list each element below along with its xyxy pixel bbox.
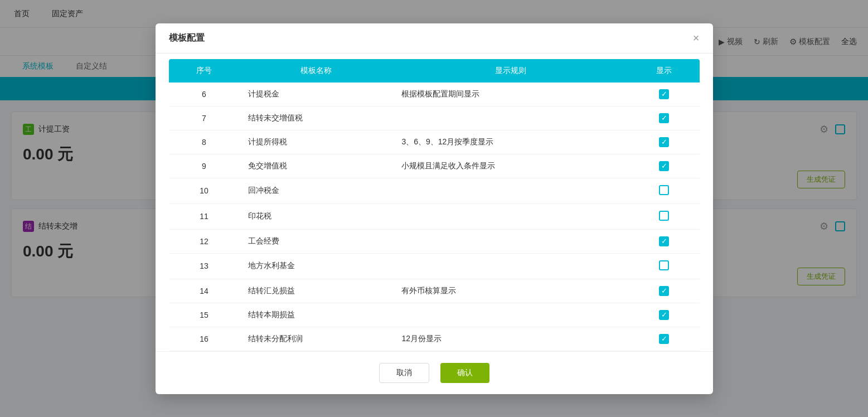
cell-row-name: 计提税金 xyxy=(239,83,392,106)
cell-row-name: 工会经费 xyxy=(239,229,392,253)
cell-row-checkbox xyxy=(629,229,700,253)
cell-row-name: 地方水利基金 xyxy=(239,253,392,279)
row-checkbox-16[interactable] xyxy=(659,334,669,344)
col-header-show: 显示 xyxy=(629,59,700,83)
col-header-name: 模板名称 xyxy=(239,59,392,83)
cell-row-checkbox xyxy=(629,203,700,229)
cell-row-rule xyxy=(392,106,628,130)
cell-row-name: 回冲税金 xyxy=(239,178,392,203)
table-row: 13地方水利基金 xyxy=(169,253,700,279)
cell-row-id: 11 xyxy=(169,203,240,229)
table-row: 16结转未分配利润12月份显示 xyxy=(169,327,700,351)
cell-row-rule: 有外币核算显示 xyxy=(392,279,628,303)
cell-row-id: 9 xyxy=(169,154,240,178)
col-header-index: 序号 xyxy=(169,59,240,83)
cell-row-checkbox xyxy=(629,279,700,303)
row-checkbox-8[interactable] xyxy=(659,137,669,147)
cell-row-id: 14 xyxy=(169,279,240,303)
cell-row-checkbox xyxy=(629,106,700,130)
table-row: 8计提所得税3、6、9、12月按季度显示 xyxy=(169,130,700,154)
table-row: 15结转本期损益 xyxy=(169,303,700,327)
template-config-modal: 模板配置 × 序号 模板名称 显示规则 显示 6计提税金根据模板配置期间显示7结… xyxy=(156,23,713,394)
cell-row-id: 6 xyxy=(169,83,240,106)
cell-row-checkbox xyxy=(629,130,700,154)
cell-row-id: 7 xyxy=(169,106,240,130)
cell-row-rule xyxy=(392,253,628,279)
cell-row-rule xyxy=(392,178,628,203)
col-header-rule: 显示规则 xyxy=(392,59,628,83)
table-row: 9免交增值税小规模且满足收入条件显示 xyxy=(169,154,700,178)
table-body: 6计提税金根据模板配置期间显示7结转未交增值税8计提所得税3、6、9、12月按季… xyxy=(169,83,700,351)
cell-row-name: 结转汇兑损益 xyxy=(239,279,392,303)
table-header-row: 序号 模板名称 显示规则 显示 xyxy=(169,59,700,83)
cell-row-name: 结转未交增值税 xyxy=(239,106,392,130)
row-checkbox-7[interactable] xyxy=(659,113,669,123)
row-checkbox-9[interactable] xyxy=(659,161,669,171)
table-row: 10回冲税金 xyxy=(169,178,700,203)
table-row: 12工会经费 xyxy=(169,229,700,253)
modal-title: 模板配置 xyxy=(169,32,205,44)
cell-row-name: 印花税 xyxy=(239,203,392,229)
cell-row-name: 免交增值税 xyxy=(239,154,392,178)
cell-row-id: 10 xyxy=(169,178,240,203)
row-checkbox-11[interactable] xyxy=(659,211,669,221)
cell-row-rule xyxy=(392,303,628,327)
table-row: 11印花税 xyxy=(169,203,700,229)
row-checkbox-13[interactable] xyxy=(659,260,669,270)
row-checkbox-12[interactable] xyxy=(659,236,669,246)
cell-row-checkbox xyxy=(629,327,700,351)
cell-row-rule: 根据模板配置期间显示 xyxy=(392,83,628,106)
cell-row-checkbox xyxy=(629,253,700,279)
cell-row-checkbox xyxy=(629,178,700,203)
cell-row-checkbox xyxy=(629,154,700,178)
cell-row-rule: 小规模且满足收入条件显示 xyxy=(392,154,628,178)
row-checkbox-6[interactable] xyxy=(659,89,669,99)
modal-close-button[interactable]: × xyxy=(693,32,700,43)
confirm-button[interactable]: 确认 xyxy=(440,363,489,383)
cell-row-rule xyxy=(392,203,628,229)
modal-header: 模板配置 × xyxy=(156,23,713,54)
cell-row-checkbox xyxy=(629,83,700,106)
cell-row-name: 结转未分配利润 xyxy=(239,327,392,351)
cell-row-id: 15 xyxy=(169,303,240,327)
row-checkbox-14[interactable] xyxy=(659,286,669,296)
cell-row-rule: 3、6、9、12月按季度显示 xyxy=(392,130,628,154)
modal-overlay: 模板配置 × 序号 模板名称 显示规则 显示 6计提税金根据模板配置期间显示7结… xyxy=(0,0,868,417)
cell-row-checkbox xyxy=(629,303,700,327)
cell-row-id: 12 xyxy=(169,229,240,253)
cell-row-name: 结转本期损益 xyxy=(239,303,392,327)
cell-row-name: 计提所得税 xyxy=(239,130,392,154)
table-row: 14结转汇兑损益有外币核算显示 xyxy=(169,279,700,303)
cell-row-id: 13 xyxy=(169,253,240,279)
config-table: 序号 模板名称 显示规则 显示 6计提税金根据模板配置期间显示7结转未交增值税8… xyxy=(169,59,700,351)
cell-row-id: 16 xyxy=(169,327,240,351)
cell-row-id: 8 xyxy=(169,130,240,154)
row-checkbox-15[interactable] xyxy=(659,310,669,320)
modal-body: 序号 模板名称 显示规则 显示 6计提税金根据模板配置期间显示7结转未交增值税8… xyxy=(156,54,713,351)
modal-footer: 取消 确认 xyxy=(156,351,713,394)
table-row: 7结转未交增值税 xyxy=(169,106,700,130)
cell-row-rule: 12月份显示 xyxy=(392,327,628,351)
table-row: 6计提税金根据模板配置期间显示 xyxy=(169,83,700,106)
cell-row-rule xyxy=(392,229,628,253)
row-checkbox-10[interactable] xyxy=(659,185,669,195)
cancel-button[interactable]: 取消 xyxy=(379,363,429,383)
